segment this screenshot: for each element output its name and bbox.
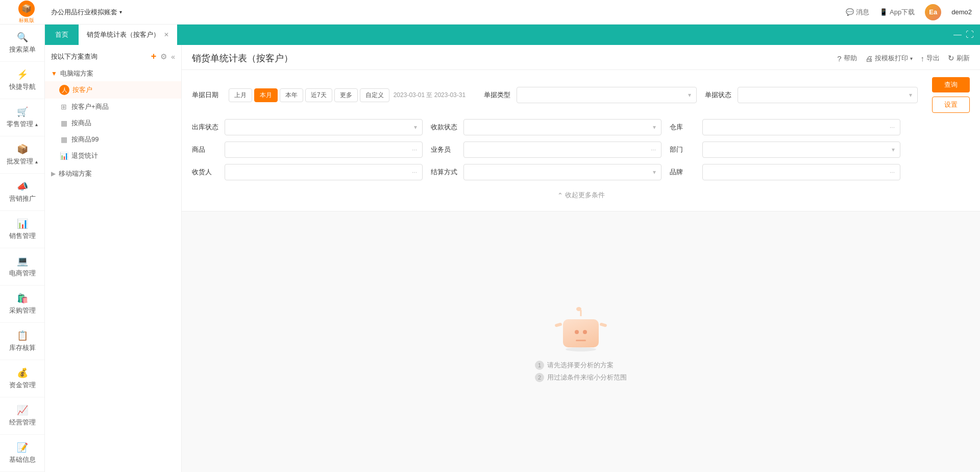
sidebar-item-finance[interactable]: 💰 资金管理 xyxy=(0,360,44,397)
data-area: 1 请先选择要分析的方案 2 用过滤条件来缩小分析范围 xyxy=(182,211,980,472)
settings-scheme-icon[interactable]: ⚙ xyxy=(160,52,167,61)
status-select[interactable]: ▾ xyxy=(738,87,918,103)
app-download-action[interactable]: 📱 App下载 xyxy=(879,8,915,17)
quick-nav-icon: ⚡ xyxy=(17,69,28,80)
sidebar-item-label: 电商管理 xyxy=(9,269,36,278)
help-icon: ? xyxy=(837,54,841,63)
payment-select[interactable]: ▾ xyxy=(463,164,662,180)
query-button[interactable]: 查询 xyxy=(932,77,970,92)
staff-more-icon: ··· xyxy=(651,146,656,153)
sidebar-item-label: 营销推广 xyxy=(9,194,36,203)
scheme-item-label: 按商品99 xyxy=(71,135,99,144)
payment-label: 结算方式 xyxy=(431,168,459,177)
left-panel-title: 按以下方案查询 xyxy=(51,52,97,61)
filter-row-3: 商品 ··· 业务员 ··· xyxy=(192,141,970,158)
add-scheme-button[interactable]: + xyxy=(151,51,157,62)
receipt-status-select[interactable]: ▾ xyxy=(463,119,662,135)
sidebar-item-sales[interactable]: 📊 销售管理 xyxy=(0,211,44,248)
tab-close-icon[interactable]: ✕ xyxy=(164,31,169,38)
industry-selector[interactable]: 办公用品行业模拟账套 ▾ xyxy=(51,8,122,17)
settings-button[interactable]: 设置 xyxy=(932,97,970,113)
date-group: 上月 本月 本年 近7天 更多 自定义 2023-03-01 至 2023-03… xyxy=(229,88,465,102)
type-label: 单据类型 xyxy=(484,90,512,100)
sidebar-item-label: 快捷导航 xyxy=(9,82,36,91)
mobile-scheme-group: ▶ 移动端方案 xyxy=(45,166,181,181)
action-buttons: 查询 设置 xyxy=(932,77,970,113)
filter-row-1: 单据日期 上月 本月 本年 近7天 更多 自定义 2023-03-01 至 20… xyxy=(192,77,970,113)
refresh-button[interactable]: ↻ 刷新 xyxy=(948,54,970,63)
payment-group: 结算方式 ▾ xyxy=(431,164,662,180)
sidebar-item-ecommerce[interactable]: 💻 电商管理 xyxy=(0,248,44,286)
goods-select[interactable]: ··· xyxy=(225,141,423,158)
date-btn-last-7[interactable]: 近7天 xyxy=(305,88,332,102)
sidebar-item-label: 库存核算 xyxy=(9,343,36,352)
filter-collapse-btn[interactable]: ⌃ 收起更多条件 xyxy=(192,186,970,204)
sidebar-item-label: 销售管理 xyxy=(9,231,36,241)
avatar[interactable]: Ea xyxy=(925,4,941,20)
template-print-label: 按模板打印 xyxy=(875,54,908,63)
content-area: 首页 销货单统计表（按客户） ✕ — ⛶ 按以下方案查询 xyxy=(45,25,980,472)
scheme-item-by-customer[interactable]: 人 按客户 xyxy=(45,81,181,99)
refresh-label: 刷新 xyxy=(957,54,970,63)
status-label: 单据状态 xyxy=(705,90,733,100)
minimize-icon[interactable]: — xyxy=(953,30,962,39)
wholesale-arrow-icon: ▴ xyxy=(35,159,38,164)
staff-select[interactable]: ··· xyxy=(463,141,662,158)
out-status-select[interactable]: ▾ xyxy=(225,119,423,135)
out-status-arrow: ▾ xyxy=(414,124,417,131)
help-button[interactable]: ? 帮助 xyxy=(837,54,856,63)
empty-illustration xyxy=(550,301,611,352)
template-print-button[interactable]: 🖨 按模板打印 ▾ xyxy=(865,54,913,63)
sidebar-item-wholesale[interactable]: 📦 批发管理 ▴ xyxy=(0,136,44,174)
sidebar-item-inventory[interactable]: 📋 库存核算 xyxy=(0,323,44,360)
mobile-group-header[interactable]: ▶ 移动端方案 xyxy=(45,166,181,181)
export-button[interactable]: ↑ 导出 xyxy=(921,54,940,63)
sidebar-item-basic-info[interactable]: 📝 基础信息 xyxy=(0,435,44,472)
sidebar-item-marketing[interactable]: 📣 营销推广 xyxy=(0,174,44,211)
by-customer-icon: 人 xyxy=(59,85,69,95)
sidebar-item-search-menu[interactable]: 🔍 搜索菜单 xyxy=(0,25,44,62)
date-btn-last-month[interactable]: 上月 xyxy=(229,88,252,102)
receiver-select[interactable]: ··· xyxy=(225,164,423,180)
tab-home[interactable]: 首页 xyxy=(45,25,79,45)
staff-label: 业务员 xyxy=(431,145,459,154)
date-btn-this-year[interactable]: 本年 xyxy=(280,88,303,102)
warehouse-select[interactable]: ··· xyxy=(702,119,900,135)
date-btn-this-month[interactable]: 本月 xyxy=(254,88,278,102)
sidebar-item-operations[interactable]: 📈 经营管理 xyxy=(0,397,44,435)
receiver-more-icon: ··· xyxy=(412,169,417,176)
template-print-dropdown-icon: ▾ xyxy=(910,56,913,61)
sidebar-item-purchase[interactable]: 🛍️ 采购管理 xyxy=(0,286,44,323)
search-menu-icon: 🔍 xyxy=(17,32,28,43)
maximize-icon[interactable]: ⛶ xyxy=(966,30,974,39)
scheme-item-by-customer-goods[interactable]: ⊞ 按客户+商品 xyxy=(45,99,181,115)
filter-row-2: 出库状态 ▾ 收款状态 ▾ xyxy=(192,119,970,135)
scheme-item-label: 退货统计 xyxy=(71,151,98,160)
brand-select[interactable]: ··· xyxy=(702,164,900,180)
scheme-item-return-stats[interactable]: 📊 退货统计 xyxy=(45,148,181,164)
pc-scheme-group: ▼ 电脑端方案 人 按客户 ⊞ 按客户+商品 ▦ xyxy=(45,66,181,164)
by-goods-99-icon: ▦ xyxy=(59,135,68,144)
logo-area: 📦 标账版 xyxy=(8,1,45,24)
tab-sales-stats[interactable]: 销货单统计表（按客户） ✕ xyxy=(79,25,177,45)
receipt-status-group: 收款状态 ▾ xyxy=(431,119,662,135)
help-label: 帮助 xyxy=(844,54,857,63)
page-header-actions: ? 帮助 🖨 按模板打印 ▾ ↑ 导出 xyxy=(837,54,970,63)
collapse-panel-icon[interactable]: « xyxy=(171,53,175,61)
date-btn-more[interactable]: 更多 xyxy=(334,88,358,102)
scheme-item-by-goods[interactable]: ▦ 按商品 xyxy=(45,115,181,131)
type-select[interactable]: ▾ xyxy=(517,87,697,103)
date-btn-custom[interactable]: 自定义 xyxy=(360,88,389,102)
out-status-group: 出库状态 ▾ xyxy=(192,119,423,135)
sidebar-item-retail[interactable]: 🛒 零售管理 ▴ xyxy=(0,99,44,136)
left-panel-actions: + ⚙ « xyxy=(151,51,175,62)
dept-select[interactable]: ▾ xyxy=(702,141,900,158)
mobile-group-label: 移动端方案 xyxy=(59,169,92,178)
message-action[interactable]: 💬 消息 xyxy=(846,8,869,17)
basic-info-icon: 📝 xyxy=(17,442,28,453)
scheme-item-by-goods-99[interactable]: ▦ 按商品99 xyxy=(45,131,181,148)
empty-hints: 1 请先选择要分析的方案 2 用过滤条件来缩小分析范围 xyxy=(535,361,627,382)
sidebar-item-quick-nav[interactable]: ⚡ 快捷导航 xyxy=(0,62,44,99)
pc-group-header[interactable]: ▼ 电脑端方案 xyxy=(45,66,181,81)
receipt-status-arrow: ▾ xyxy=(653,124,656,131)
